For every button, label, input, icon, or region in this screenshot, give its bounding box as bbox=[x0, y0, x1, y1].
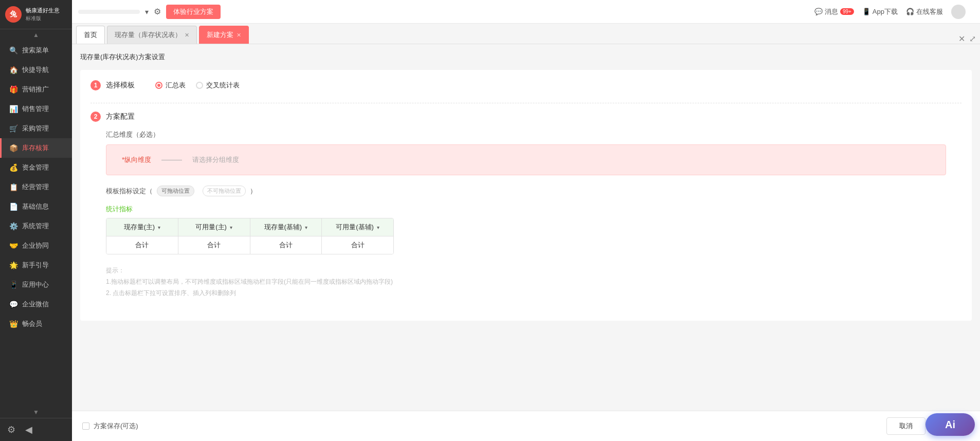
sidebar-item-app-center[interactable]: 📱 应用中心 bbox=[0, 275, 72, 295]
expand-window-btn[interactable]: ⤢ bbox=[969, 34, 976, 44]
tab-home-label: 首页 bbox=[84, 30, 97, 40]
stats-cell-2: 合计 bbox=[250, 236, 322, 254]
sidebar-item-member[interactable]: 👑 畅会员 bbox=[0, 314, 72, 334]
message-icon: 💬 bbox=[814, 8, 823, 15]
box-icon: 📦 bbox=[9, 143, 18, 153]
phone-icon: 📱 bbox=[9, 280, 18, 289]
save-option-label: 方案保存(可选) bbox=[94, 421, 138, 431]
stats-cell-1: 合计 bbox=[178, 236, 250, 254]
close-window-btn[interactable]: ✕ bbox=[958, 34, 965, 44]
stats-col-2[interactable]: 现存量(基辅) ▾ bbox=[250, 218, 322, 236]
tip-item-0: 1.拖动标题栏可以调整布局，不可跨维度或指标区域拖动栏目字段(只能在同一维度或指… bbox=[106, 277, 961, 287]
gear-icon: ⚙️ bbox=[9, 222, 18, 231]
sidebar-item-system[interactable]: ⚙️ 系统管理 bbox=[0, 216, 72, 236]
chevron-down-icon-2[interactable]: ▾ bbox=[305, 225, 307, 230]
topbar-right: 💬 消息 99+ 📱 App下载 🎧 在线客服 bbox=[814, 5, 974, 19]
app-download-btn[interactable]: 📱 App下载 bbox=[862, 7, 898, 16]
search-icon: 🔍 bbox=[9, 46, 18, 55]
template-radio-group: 汇总表 交叉统计表 bbox=[155, 81, 240, 90]
crown-icon: 👑 bbox=[9, 319, 18, 328]
tab-inventory-close[interactable]: ✕ bbox=[185, 32, 189, 39]
step2-header: 2 方案配置 bbox=[90, 112, 961, 122]
chevron-down-icon-0[interactable]: ▾ bbox=[158, 225, 160, 230]
cancel-button[interactable]: 取消 bbox=[886, 417, 925, 435]
message-btn[interactable]: 💬 消息 99+ bbox=[814, 7, 854, 16]
sidebar: 兔 畅康通好生意 标准版 ▲ 🔍 搜索菜单 🏠 快捷导航 🎁 营销推广 📊 销售… bbox=[0, 0, 72, 441]
stats-section: 统计指标 现存量(主) ▾ 可用量(主) ▾ bbox=[106, 205, 961, 256]
stats-table-header: 现存量(主) ▾ 可用量(主) ▾ 现存量(基辅) ▾ bbox=[106, 218, 393, 236]
chevron-down-icon-3[interactable]: ▾ bbox=[377, 225, 379, 230]
save-checkbox[interactable] bbox=[82, 422, 89, 430]
collapse-btn[interactable]: ◀ bbox=[23, 424, 35, 436]
chat-icon: 💬 bbox=[9, 300, 18, 309]
sidebar-item-quick-nav[interactable]: 🏠 快捷导航 bbox=[0, 60, 72, 80]
page-title: 现存量(库存状况表)方案设置 bbox=[80, 52, 972, 62]
tabs-window-controls: ✕ ⤢ bbox=[958, 34, 976, 44]
topbar: ▾ ⚙ 体验行业方案 💬 消息 99+ 📱 App下载 🎧 在线客服 bbox=[72, 0, 980, 24]
sidebar-scroll-down[interactable]: ▼ bbox=[0, 407, 72, 418]
radio-summary-circle bbox=[155, 82, 162, 89]
stats-cell-3: 合计 bbox=[322, 236, 393, 254]
topbar-gear-icon[interactable]: ⚙ bbox=[154, 7, 161, 16]
step2-number: 2 bbox=[90, 112, 101, 122]
online-service-btn[interactable]: 🎧 在线客服 bbox=[906, 7, 943, 16]
sidebar-item-search[interactable]: 🔍 搜索菜单 bbox=[0, 41, 72, 60]
home-icon: 🏠 bbox=[9, 65, 18, 75]
logo-icon: 兔 bbox=[5, 6, 22, 23]
chart-icon: 📊 bbox=[9, 104, 18, 114]
topbar-search-box bbox=[78, 10, 140, 14]
dimension-line bbox=[161, 160, 182, 160]
tab-new-close[interactable]: ✕ bbox=[237, 32, 241, 39]
trial-button[interactable]: 体验行业方案 bbox=[166, 5, 221, 19]
step2-title: 方案配置 bbox=[106, 112, 135, 121]
drag-badge: 可拖动位置 bbox=[157, 186, 194, 196]
user-avatar[interactable] bbox=[951, 5, 966, 19]
summary-dimension-label: 汇总维度（必选） bbox=[106, 130, 961, 139]
money-icon: 💰 bbox=[9, 163, 18, 172]
stats-col-3[interactable]: 可用量(基辅) ▾ bbox=[322, 218, 393, 236]
ai-float-button[interactable]: Ai bbox=[925, 413, 975, 436]
sidebar-item-purchase[interactable]: 🛒 采购管理 bbox=[0, 119, 72, 138]
settings-bottom-btn[interactable]: ⚙ bbox=[5, 424, 17, 436]
stats-table: 现存量(主) ▾ 可用量(主) ▾ 现存量(基辅) ▾ bbox=[106, 218, 394, 254]
phone-download-icon: 📱 bbox=[862, 8, 870, 15]
sidebar-item-operations[interactable]: 📋 经营管理 bbox=[0, 177, 72, 197]
stats-cell-0: 合计 bbox=[106, 236, 178, 254]
radio-summary[interactable]: 汇总表 bbox=[155, 81, 186, 90]
content-area: 现存量(库存状况表)方案设置 1 选择模板 汇总表 交叉统计表 bbox=[72, 44, 980, 411]
tab-inventory-label: 现存量（库存状况表） bbox=[115, 30, 182, 40]
sidebar-item-new-guide[interactable]: 🌟 新手引导 bbox=[0, 255, 72, 275]
gift-icon: 🎁 bbox=[9, 85, 18, 94]
sidebar-item-marketing[interactable]: 🎁 营销推广 bbox=[0, 80, 72, 99]
sidebar-item-finance[interactable]: 💰 资金管理 bbox=[0, 158, 72, 177]
message-badge: 99+ bbox=[840, 8, 854, 15]
radio-cross[interactable]: 交叉统计表 bbox=[196, 81, 240, 90]
vertical-dimension-label: *纵向维度 bbox=[122, 155, 151, 164]
step2: 2 方案配置 汇总维度（必选） *纵向维度 请选择分组维度 模板指标设定（ 可拖… bbox=[90, 112, 961, 298]
footer: 方案保存(可选) 取消 查询 bbox=[72, 411, 980, 441]
stats-col-1[interactable]: 可用量(主) ▾ bbox=[178, 218, 250, 236]
tab-new-label: 新建方案 bbox=[207, 30, 233, 40]
step1: 1 选择模板 汇总表 交叉统计表 bbox=[90, 80, 961, 90]
sidebar-bottom: ⚙ ◀ bbox=[0, 418, 72, 441]
tabs-bar: 首页 现存量（库存状况表） ✕ 新建方案 ✕ ✕ ⤢ bbox=[72, 24, 980, 44]
star-icon: 🌟 bbox=[9, 261, 18, 270]
sidebar-item-wechat[interactable]: 💬 企业微信 bbox=[0, 295, 72, 314]
dimension-box[interactable]: *纵向维度 请选择分组维度 bbox=[106, 144, 946, 175]
sidebar-item-basic-info[interactable]: 📄 基础信息 bbox=[0, 197, 72, 216]
tab-home[interactable]: 首页 bbox=[76, 26, 105, 44]
stats-col-0[interactable]: 现存量(主) ▾ bbox=[106, 218, 178, 236]
topbar-dropdown[interactable]: ▾ bbox=[145, 8, 149, 16]
tips-title: 提示： bbox=[106, 266, 961, 275]
tab-inventory[interactable]: 现存量（库存状况表） ✕ bbox=[107, 26, 197, 44]
sidebar-item-inventory[interactable]: 📦 库存核算 bbox=[0, 138, 72, 158]
tab-new-scheme[interactable]: 新建方案 ✕ bbox=[199, 26, 249, 44]
sidebar-item-enterprise[interactable]: 🤝 企业协同 bbox=[0, 236, 72, 255]
sidebar-item-sales[interactable]: 📊 销售管理 bbox=[0, 99, 72, 119]
dimension-placeholder: 请选择分组维度 bbox=[192, 155, 239, 164]
chevron-down-icon-1[interactable]: ▾ bbox=[230, 225, 232, 230]
tip-item-1: 2. 点击标题栏下拉可设置排序、插入列和删除列 bbox=[106, 288, 961, 298]
sidebar-scroll-up[interactable]: ▲ bbox=[0, 29, 72, 41]
handshake-icon: 🤝 bbox=[9, 241, 18, 250]
logo-text: 畅康通好生意 标准版 bbox=[26, 7, 60, 22]
